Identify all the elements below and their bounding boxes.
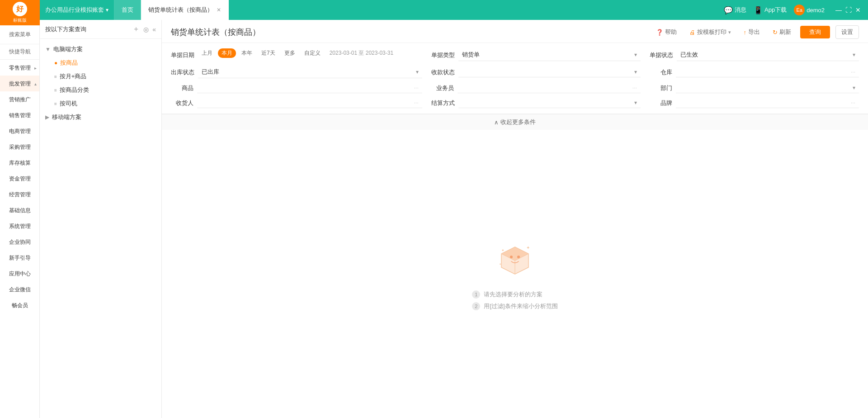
sidebar-item-app-center[interactable]: 应用中心 (0, 266, 39, 281)
help-button[interactable]: ❓ 帮助 (652, 26, 680, 38)
date-btn-last-month[interactable]: 上月 (198, 48, 216, 58)
collapse-more-label: 收起更多条件 (500, 118, 536, 126)
sidebar-item-basic[interactable]: 基础信息 (0, 202, 39, 218)
sidebar-search[interactable]: 搜索菜单 (0, 25, 39, 44)
filter-doc-type-field: 单据类型 销货单 ▾ (431, 49, 641, 61)
list-icon-3: ≡ (54, 101, 57, 106)
user-btn[interactable]: Ea demo2 (794, 5, 825, 15)
tab-close-icon[interactable]: ✕ (217, 7, 221, 13)
filter-payment-method-select[interactable]: ▾ (458, 98, 641, 108)
sidebar-item-stock[interactable]: 库存核算 (0, 155, 39, 171)
sidebar-nav-label[interactable]: 快捷导航 (9, 46, 31, 57)
date-btn-7days[interactable]: 近7天 (258, 48, 279, 58)
filter-payment-method-label: 结算方式 (431, 99, 455, 107)
ellipsis-icon: ··· (632, 85, 637, 91)
empty-tips: 1 请先选择要分析的方案 2 用[过滤]条件来缩小分析范围 (472, 290, 557, 310)
tab-report[interactable]: 销货单统计表（按商品） ✕ (141, 0, 229, 20)
sidebar-item-purchase[interactable]: 采购管理 (0, 139, 39, 155)
filter-product-input[interactable]: ··· (197, 83, 422, 93)
app-download-btn[interactable]: 📱 App下载 (754, 6, 787, 14)
sidebar-logo[interactable]: 好 标账版 (0, 0, 40, 25)
tab-home[interactable]: 首页 (114, 0, 141, 20)
filter-doc-status-select[interactable]: 已生效 ▾ (677, 49, 859, 61)
filter-recipient-input[interactable]: ··· (197, 98, 422, 108)
window-controls: — ⛶ ✕ (835, 6, 861, 14)
query-button[interactable]: 查询 (800, 26, 830, 38)
tree-item-by-category[interactable]: ≡ 按商品分类 (40, 83, 161, 97)
filter-payment-status-select[interactable]: ▾ (458, 67, 641, 77)
filter-doc-type-label: 单据类型 (431, 51, 455, 59)
sidebar-menu: 零售管理 ▸ 批发管理 ▴ 营销推广 销售管理 电商管理 采购管理 库存核算 资… (0, 60, 39, 418)
tree-item-by-month-product[interactable]: ≡ 按月+商品 (40, 70, 161, 83)
add-scheme-button[interactable]: ＋ (132, 24, 140, 34)
page-title: 销货单统计表（按商品） (171, 27, 260, 38)
template-print-button[interactable]: 🖨 按模板打印 ▾ (686, 26, 735, 38)
tree-item-by-category-label: 按商品分类 (60, 86, 89, 94)
sidebar-item-wholesale[interactable]: 批发管理 ▴ (0, 76, 39, 91)
close-window-button[interactable]: ✕ (855, 6, 861, 14)
filter-payment-status-field: 收款状态 ▾ (431, 67, 641, 77)
template-print-label: 按模板打印 (697, 28, 726, 36)
sidebar-item-finance[interactable]: 资金管理 (0, 171, 39, 186)
filter-product-field: 商品 ··· (171, 83, 422, 93)
chevron-down-icon: ▾ (853, 52, 855, 58)
tree-group-mobile-header[interactable]: ▶ 移动端方案 (40, 110, 161, 124)
filter-doc-type-value: 销货单 (462, 51, 480, 59)
sidebar-item-system[interactable]: 系统管理 (0, 218, 39, 234)
industry-selector[interactable]: 办公用品行业模拟账套 ▾ (40, 0, 114, 20)
tip-text-2: 用[过滤]条件来缩小分析范围 (484, 302, 557, 310)
export-button[interactable]: ↑ 导出 (740, 26, 764, 38)
tree-item-by-product-label: 按商品 (60, 59, 78, 67)
date-btn-this-year[interactable]: 本年 (238, 48, 256, 58)
date-btn-custom[interactable]: 自定义 (301, 48, 324, 58)
filter-out-status-select[interactable]: 已出库 ▾ (198, 66, 422, 78)
settings-button[interactable]: 设置 (835, 25, 859, 39)
sidebar-item-operation[interactable]: 经营管理 (0, 186, 39, 202)
sidebar-item-ecommerce[interactable]: 电商管理 (0, 123, 39, 139)
sidebar-item-retail[interactable]: 零售管理 ▸ (0, 60, 39, 76)
message-label: 消息 (735, 6, 746, 14)
date-bar: 上月 本月 本年 近7天 更多 自定义 2023-03-01 至 2023-03… (198, 48, 422, 58)
filter-out-status-field: 出库状态 已出库 ▾ (171, 66, 422, 78)
date-btn-more[interactable]: 更多 (281, 48, 299, 58)
maximize-button[interactable]: ⛶ (845, 6, 852, 14)
chevron-down-icon: ▾ (106, 7, 108, 13)
empty-tip-1: 1 请先选择要分析的方案 (472, 290, 557, 299)
filter-out-status-value: 已出库 (202, 68, 219, 76)
filter-department-select[interactable]: ▾ (676, 83, 859, 93)
tree-item-by-cashier[interactable]: ≡ 按司机 (40, 97, 161, 110)
sidebar-item-member[interactable]: 畅会员 (0, 297, 39, 313)
filter-salesperson-label: 业务员 (431, 84, 454, 92)
sidebar-nav[interactable]: 快捷导航 (0, 44, 39, 60)
filter-salesperson-input[interactable]: ··· (458, 83, 641, 93)
tree-group-mobile-label: 移动端方案 (52, 113, 81, 121)
sidebar-item-newbie[interactable]: 新手引导 (0, 250, 39, 266)
right-panel: 销货单统计表（按商品） ❓ 帮助 🖨 按模板打印 ▾ ↑ 导出 (162, 20, 868, 418)
left-panel-header: 按以下方案查询 ＋ ◎ « (40, 20, 161, 39)
topbar: 办公用品行业模拟账套 ▾ 首页 销货单统计表（按商品） ✕ 💬 消息 📱 App… (40, 0, 868, 20)
sidebar-item-sales[interactable]: 销售管理 (0, 107, 39, 123)
sidebar-search-label[interactable]: 搜索菜单 (9, 29, 31, 40)
date-btn-this-month[interactable]: 本月 (218, 48, 236, 58)
topbar-tabs: 首页 销货单统计表（按商品） ✕ (114, 0, 229, 20)
ellipsis-icon: ··· (851, 69, 855, 75)
filter-warehouse-input[interactable]: ··· (676, 67, 859, 77)
tree-group-pc-header[interactable]: ▼ 电脑端方案 (40, 43, 161, 56)
settings-scheme-button[interactable]: ◎ (143, 26, 149, 33)
message-btn[interactable]: 💬 消息 (724, 6, 746, 14)
filter-date-label: 单据日期 (171, 51, 194, 59)
tree-item-by-product[interactable]: ● 按商品 (40, 56, 161, 70)
collapse-panel-button[interactable]: « (152, 26, 156, 33)
sidebar-item-marketing[interactable]: 营销推广 (0, 91, 39, 107)
filter-department-label: 部门 (650, 84, 672, 92)
sidebar-item-wechat[interactable]: 企业微信 (0, 281, 39, 297)
filter-warehouse-label: 仓库 (650, 68, 672, 76)
filter-salesperson-field: 业务员 ··· (431, 83, 641, 93)
refresh-button[interactable]: ↻ 刷新 (769, 26, 795, 38)
filter-doc-type-select[interactable]: 销货单 ▾ (458, 49, 641, 61)
filter-brand-input[interactable]: ··· (676, 98, 859, 108)
minimize-button[interactable]: — (835, 6, 842, 14)
collapse-more-btn[interactable]: ∧ 收起更多条件 (162, 114, 868, 130)
sidebar-item-enterprise[interactable]: 企业协同 (0, 234, 39, 250)
refresh-icon: ↻ (773, 29, 778, 36)
